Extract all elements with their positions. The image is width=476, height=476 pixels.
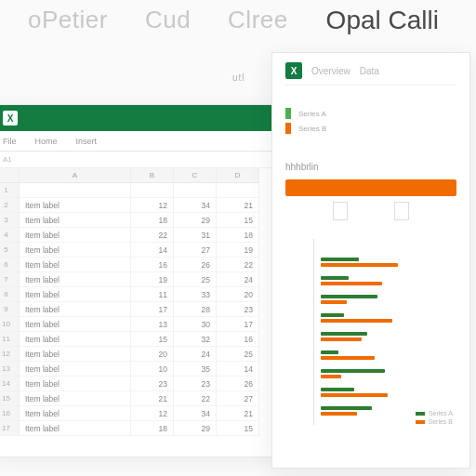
cell[interactable]: 35	[174, 362, 217, 377]
bar-series-b[interactable]	[321, 375, 341, 378]
bar-series-a[interactable]	[321, 276, 349, 280]
cell[interactable]: 18	[131, 421, 174, 436]
cell[interactable]: Item label	[20, 272, 131, 287]
cell[interactable]: 15	[131, 332, 174, 347]
cell[interactable]: 23	[217, 302, 259, 317]
row-header[interactable]: 6	[0, 258, 20, 272]
cell[interactable]: Item label	[20, 332, 131, 347]
cell[interactable]: 16	[131, 258, 174, 272]
row-header[interactable]: 13	[0, 362, 20, 377]
cell[interactable]: 29	[174, 421, 217, 436]
column-header[interactable]: A	[20, 168, 131, 183]
cell[interactable]: 14	[131, 243, 174, 258]
cell[interactable]: 15	[217, 421, 259, 436]
row-header[interactable]: 11	[0, 332, 20, 347]
cell[interactable]: 21	[131, 391, 174, 406]
cell[interactable]: 24	[174, 347, 217, 362]
bar-series-a[interactable]	[321, 350, 338, 354]
cell[interactable]: 18	[217, 228, 259, 243]
cell[interactable]: 34	[174, 406, 217, 421]
panel-tab-data[interactable]: Data	[360, 66, 379, 76]
cell[interactable]: 13	[131, 317, 174, 332]
row-header[interactable]: 17	[0, 421, 20, 436]
bar-series-a[interactable]	[321, 258, 359, 261]
row-header[interactable]: 2	[0, 198, 20, 213]
cell[interactable]: 12	[131, 406, 174, 421]
column-header[interactable]: B	[131, 168, 174, 183]
cell[interactable]: 11	[131, 287, 174, 302]
bar-series-b[interactable]	[321, 282, 382, 285]
row-header[interactable]: 14	[0, 377, 20, 391]
cell[interactable]: Item label	[20, 198, 131, 213]
highlight-bar[interactable]	[285, 179, 456, 196]
bar-series-a[interactable]	[321, 388, 354, 391]
column-header[interactable]: D	[217, 168, 259, 183]
cell[interactable]: 21	[217, 198, 259, 213]
row-header[interactable]: 4	[0, 228, 20, 243]
cell[interactable]: 32	[174, 332, 217, 347]
row-header[interactable]: 12	[0, 347, 20, 362]
bar-series-a[interactable]	[321, 313, 344, 317]
bar-series-b[interactable]	[321, 356, 375, 360]
cell[interactable]: Item label	[20, 362, 131, 377]
cell[interactable]: 10	[131, 362, 174, 377]
cell[interactable]: 27	[217, 391, 259, 406]
cell[interactable]: 19	[217, 243, 259, 258]
row-header[interactable]: 9	[0, 302, 20, 317]
cell[interactable]: Item label	[20, 287, 131, 302]
cell[interactable]: 22	[217, 258, 259, 272]
cell[interactable]	[217, 183, 259, 198]
cell[interactable]: 30	[174, 317, 217, 332]
row-header[interactable]: 10	[0, 317, 20, 332]
formula-bar[interactable]: A1	[0, 152, 280, 168]
panel-tab-overview[interactable]: Overview	[311, 66, 350, 76]
cell[interactable]: 31	[174, 228, 217, 243]
cell[interactable]: 20	[217, 287, 259, 302]
cell[interactable]: 27	[174, 243, 217, 258]
bar-series-a[interactable]	[321, 369, 385, 373]
bar-series-a[interactable]	[321, 332, 367, 336]
ribbon-tab-insert[interactable]: Insert	[76, 137, 98, 146]
bar-series-b[interactable]	[321, 393, 388, 397]
bar-series-b[interactable]	[321, 300, 347, 304]
cell[interactable]: 21	[217, 406, 259, 421]
cell[interactable]: Item label	[20, 228, 131, 243]
cell[interactable]: 15	[217, 213, 259, 228]
ribbon-tab-home[interactable]: Home	[35, 137, 58, 146]
cell[interactable]	[131, 183, 174, 198]
row-header[interactable]: 3	[0, 213, 20, 228]
bar-series-a[interactable]	[321, 406, 372, 410]
select-all-cell[interactable]	[0, 168, 20, 183]
cell[interactable]: 17	[131, 302, 174, 317]
cell[interactable]: 20	[131, 347, 174, 362]
mini-thumb-2[interactable]	[394, 202, 409, 220]
cell[interactable]: 24	[217, 272, 259, 287]
row-header[interactable]: 5	[0, 243, 20, 258]
cell[interactable]: Item label	[20, 391, 131, 406]
cell[interactable]: Item label	[20, 347, 131, 362]
cell[interactable]: 12	[131, 198, 174, 213]
cell[interactable]: Item label	[20, 406, 131, 421]
cell[interactable]: Item label	[20, 421, 131, 436]
cell[interactable]: 25	[217, 347, 259, 362]
row-header[interactable]: 1	[0, 183, 20, 198]
bar-series-b[interactable]	[321, 412, 357, 416]
cell[interactable]: Item label	[20, 317, 131, 332]
cell[interactable]: Item label	[20, 213, 131, 228]
cell[interactable]: 26	[217, 377, 259, 391]
bar-series-a[interactable]	[321, 295, 377, 298]
cell[interactable]: 28	[174, 302, 217, 317]
cell[interactable]: 25	[174, 272, 217, 287]
cell[interactable]	[174, 183, 217, 198]
cell[interactable]: 22	[174, 391, 217, 406]
cell[interactable]: 22	[131, 228, 174, 243]
cell[interactable]: 17	[217, 317, 259, 332]
spreadsheet-titlebar[interactable]: X	[0, 105, 280, 131]
row-header[interactable]: 15	[0, 391, 20, 406]
bar-series-b[interactable]	[321, 337, 362, 341]
cell[interactable]: 34	[174, 198, 217, 213]
row-header[interactable]: 7	[0, 272, 20, 287]
cell[interactable]: Item label	[20, 258, 131, 272]
cell[interactable]: Item label	[20, 377, 131, 391]
cell[interactable]: 29	[174, 213, 217, 228]
